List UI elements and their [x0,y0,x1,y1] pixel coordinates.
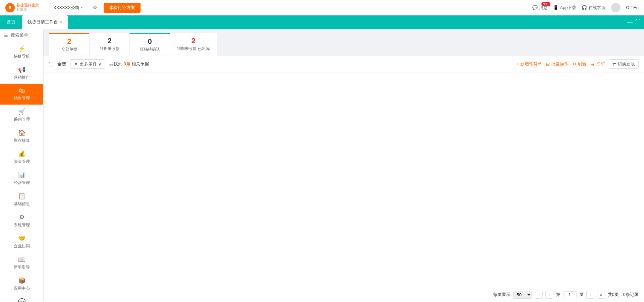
purchase-icon: 🛒 [18,108,25,115]
sidebar-item-operation[interactable]: 📊 经营管理 [0,168,43,189]
avatar[interactable] [611,3,621,12]
app-download-icon: 📱 [553,5,558,10]
tab-active[interactable]: 钱货日清工作台 × [22,15,68,29]
refresh-button[interactable]: ↻ 刷新 [573,61,586,67]
sidebar-item-inventory[interactable]: 🏠 库存核算 [0,126,43,147]
select-all-label: 全选 [57,61,66,67]
wechat-icon: 💬 [18,298,25,302]
page-label: 第 [556,292,560,298]
tab-bar-actions: — ⛶ [627,19,644,25]
found-suffix: 相关单据 [131,61,149,66]
sidebar-item-basic-info[interactable]: 📋 基础信息 [0,189,43,210]
found-count: 0条 [124,61,130,66]
message-badge: 99+ [541,2,550,6]
sidebar-label-system: 系统管理 [14,222,30,228]
sidebar-label-purchase: 采购管理 [14,117,30,122]
stat-tab-pending[interactable]: 0 旺铺待确认 [129,33,170,56]
select-all-checkbox[interactable] [49,62,53,66]
filter-label: 更多条件 [79,61,97,67]
inventory-icon: 🏠 [18,129,25,136]
tab-close-icon[interactable]: × [60,20,62,24]
batch-label: 批量操作 [551,61,569,67]
sidebar-item-purchase[interactable]: 🛒 采购管理 [0,105,43,126]
logo-badge: 标准版 [17,7,39,12]
per-page-select[interactable]: 50 100 200 [513,291,532,299]
filter-button[interactable]: ▼ 更多条件 ∨ [70,59,105,69]
switch-icon: ⇄ [612,62,616,67]
toolbar-right: + 新增销货单 ⊞ 批量操作 ↻ 刷新 🖨 打印 ⇄ [517,59,639,69]
online-service-button[interactable]: 🎧 在线客服 [582,5,606,11]
top-header: 6 畅捷通好生意 标准版 XXXXXX公司 ▾ ⚙ 体验行业方案 💬 消息 99… [0,0,644,15]
page-input[interactable] [563,291,577,298]
per-page-label: 每页显示 [493,292,511,298]
next-page-button[interactable]: › [586,291,594,299]
logo-icon: 6 [5,3,15,12]
app-center-icon: 📦 [18,277,25,284]
tab-bar: 首页 钱货日清工作台 × — ⛶ [0,15,644,29]
stat-tab-shipped[interactable]: 2 到期未收款 已出库 [170,33,217,56]
sidebar-item-finance[interactable]: 💰 资金管理 [0,147,43,168]
stats-tabs: 2 全部单据 2 到期未收款 0 旺铺待确认 2 到期未收款 已出库 [44,29,644,56]
print-button[interactable]: 🖨 打印 [590,61,605,67]
guide-icon: 📖 [18,256,25,263]
content-panel: 全选 ▼ 更多条件 ∨ 共找到 0条 相关单据 + 新增销货单 ⊞ [44,56,644,302]
company-selector[interactable]: XXXXXX公司 ▾ [50,3,86,12]
page-suffix: 页 [579,292,584,298]
sidebar-item-app-center[interactable]: 📦 应用中心 [0,274,43,295]
stat-all-number: 2 [56,37,83,46]
sales-icon: 🛍 [19,87,25,94]
add-sales-order-button[interactable]: + 新增销货单 [517,61,542,67]
last-page-button[interactable]: » [597,291,605,299]
sidebar-item-sales[interactable]: 🛍 销售管理 [0,84,43,105]
settings-button[interactable]: ⚙ [90,3,100,12]
pagination: 每页显示 50 100 200 « ‹ 第 页 › » 共0页，0条记录 [44,287,644,302]
stat-tab-all[interactable]: 2 全部单据 [49,33,89,56]
first-page-button[interactable]: « [535,291,543,299]
enterprise-icon: 🤝 [18,235,25,242]
sidebar-item-marketing[interactable]: 📢 营销推广 [0,63,43,84]
total-label: 共0页，0条记录 [608,292,639,298]
sidebar-item-wechat[interactable]: 💬 企业微信 [0,295,43,302]
batch-operation-button[interactable]: ⊞ 批量操作 [546,61,569,67]
tab-minimize-icon[interactable]: — [627,19,633,25]
app-download-label: App下载 [560,5,576,11]
table-area [44,72,644,287]
content-area: 2 全部单据 2 到期未收款 0 旺铺待确认 2 到期未收款 已出库 [44,29,644,302]
user-name[interactable]: OfTEn [626,5,639,10]
toolbar: 全选 ▼ 更多条件 ∨ 共找到 0条 相关单据 + 新增销货单 ⊞ [44,56,644,72]
switch-label: 切换新版 [618,61,635,67]
stat-overdue-label: 到期未收款 [96,46,123,52]
sidebar-item-quick-nav[interactable]: ⚡ 快捷导航 [0,42,43,63]
message-button[interactable]: 💬 消息 99+ [532,5,548,11]
sidebar-label-basic-info: 基础信息 [14,201,30,207]
logo-area: 6 畅捷通好生意 标准版 [5,3,46,12]
sidebar-label-operation: 经营管理 [14,180,30,186]
sidebar-search[interactable]: ☰ 搜索菜单 [0,29,43,42]
filter-icon: ▼ [74,62,78,67]
sidebar-item-guide[interactable]: 📖 新手引导 [0,252,43,274]
tab-maximize-icon[interactable]: ⛶ [635,19,641,25]
marketing-icon: 📢 [18,66,25,73]
header-left: 6 畅捷通好生意 标准版 XXXXXX公司 ▾ ⚙ 体验行业方案 [5,3,141,13]
online-service-label: 在线客服 [588,5,606,11]
switch-version-button[interactable]: ⇄ 切换新版 [609,59,639,69]
logo-text: 畅捷通好生意 [17,3,39,7]
app-download-button[interactable]: 📱 App下载 [553,5,576,11]
company-chevron-icon: ▾ [81,6,83,9]
tab-home[interactable]: 首页 [0,15,22,29]
sidebar-item-system[interactable]: ⚙ 系统管理 [0,210,43,231]
system-icon: ⚙ [19,214,24,221]
experience-button[interactable]: 体验行业方案 [104,3,141,13]
sidebar-item-enterprise[interactable]: 🤝 企业协同 [0,231,43,252]
online-service-icon: 🎧 [582,5,587,10]
sidebar-label-sales: 销售管理 [14,96,30,101]
print-icon: 🖨 [590,62,595,67]
stat-tab-overdue[interactable]: 2 到期未收款 [89,33,129,56]
sidebar-label-guide: 新手引导 [14,264,30,270]
sidebar-label-quick-nav: 快捷导航 [14,54,30,59]
refresh-icon: ↻ [573,62,576,67]
prev-page-button[interactable]: ‹ [545,291,553,299]
stat-pending-number: 0 [137,37,163,46]
sidebar-label-inventory: 库存核算 [14,138,30,143]
sidebar-label-marketing: 营销推广 [14,75,30,80]
